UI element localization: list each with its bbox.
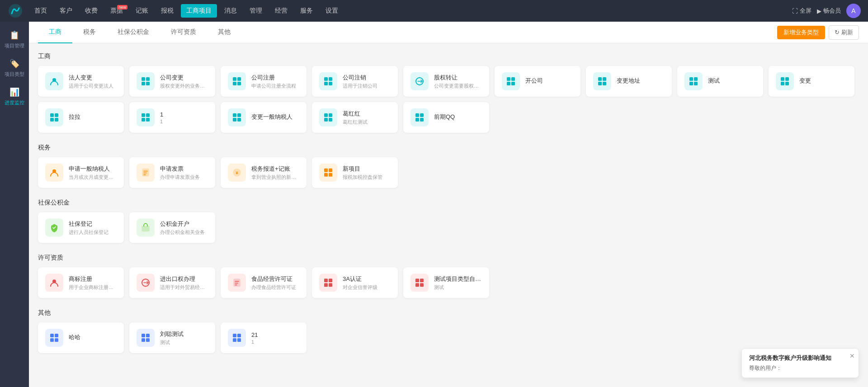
tab-许可资质[interactable]: 许可资质 [160, 22, 207, 43]
card-title: 开公司 [525, 77, 573, 85]
card-desc: 股权变更外的业务变更 [160, 83, 208, 89]
fullscreen-btn[interactable]: ⛶ 全屏 [792, 7, 811, 15]
notification-popup: ✕ 河北税务数字账户升级影响通知 尊敬的用户： [741, 348, 859, 378]
card-icon [684, 72, 703, 90]
svg-rect-69 [415, 283, 419, 287]
card-测试[interactable]: 测试 [677, 66, 763, 97]
card-法人变更[interactable]: 法人变更适用于公司变更法人 [38, 66, 124, 97]
nav-item-工商项目[interactable]: 工商项目 [181, 4, 217, 18]
card-变更一般纳税人[interactable]: 变更一般纳税人 [221, 102, 307, 133]
svg-rect-82 [237, 338, 241, 342]
sidebar-item-进度监控[interactable]: 📊进度监控 [0, 82, 29, 111]
card-新项目[interactable]: 新项目报税加税控盘保管 [312, 157, 398, 188]
tab-工商[interactable]: 工商 [38, 22, 72, 43]
svg-rect-48 [420, 113, 424, 117]
svg-rect-26 [694, 82, 698, 85]
svg-rect-58 [329, 173, 332, 177]
nav-item-管理[interactable]: 管理 [244, 4, 268, 18]
card-变更地址[interactable]: 变更地址 [586, 66, 672, 97]
nav-item-经营[interactable]: 经营 [269, 4, 293, 18]
nav-item-消息[interactable]: 消息 [219, 4, 242, 18]
gongshang-cards-grid: 法人变更适用于公司变更法人 公司变更股权变更外的业务变更 公司注册申请公司注册全… [38, 66, 859, 133]
card-商标注册[interactable]: 商标注册用于企业商标注册服务 [38, 267, 124, 298]
sidebar-icon: 🏷️ [9, 58, 20, 69]
card-公司变更[interactable]: 公司变更股权变更外的业务变更 [129, 66, 215, 97]
tab-税务[interactable]: 税务 [72, 22, 107, 43]
nav-item-设置[interactable]: 设置 [320, 4, 344, 18]
svg-rect-59 [142, 226, 149, 231]
svg-rect-23 [689, 77, 693, 81]
card-title: 变更地址 [617, 77, 665, 85]
card-title: 拉拉 [69, 113, 117, 121]
card-title: 税务报道+记账 [251, 165, 299, 173]
notification-title: 河北税务数字账户升级影响通知 [749, 354, 851, 362]
card-公司注销[interactable]: 公司注销适用于注销公司 [312, 66, 398, 97]
card-哈哈[interactable]: 哈哈 [38, 322, 124, 353]
card-葛红红[interactable]: 葛红红葛红红测试 [312, 102, 398, 133]
svg-rect-80 [237, 334, 241, 337]
card-申请一般纳税人[interactable]: 申请一般纳税人当月或次月成变更完成 [38, 157, 124, 188]
svg-rect-45 [324, 118, 328, 121]
card-desc: 用于企业商标注册服务 [69, 284, 117, 291]
svg-rect-72 [55, 334, 58, 337]
qita-cards-grid: 哈哈 刘聪测试测试 211 [38, 322, 859, 353]
card-刘聪测试[interactable]: 刘聪测试测试 [129, 322, 215, 353]
nav-item-客户[interactable]: 客户 [54, 4, 78, 18]
sidebar-item-项目管理[interactable]: 📋项目管理 [0, 25, 29, 54]
member-btn[interactable]: ▶ 畅会员 [817, 7, 841, 15]
card-title: 股权转让 [434, 74, 482, 82]
card-社保登记[interactable]: 社保登记进行人员社保登记 [38, 212, 124, 243]
card-申请发票[interactable]: 申请发票办理申请发票业务 [129, 157, 215, 188]
card-进出口权办理[interactable]: 进出口权办理适用于对外贸易经营者 [129, 267, 215, 298]
svg-rect-75 [142, 334, 145, 337]
nav-item-记账[interactable]: 记账 [130, 4, 154, 18]
card-1[interactable]: 11 [129, 102, 215, 133]
svg-rect-57 [324, 173, 328, 177]
tab-社保公积金[interactable]: 社保公积金 [107, 22, 160, 43]
card-icon [776, 72, 794, 90]
card-变更[interactable]: 变更 [769, 66, 854, 97]
shebao-cards-grid: 社保登记进行人员社保登记 公积金开户办理公积金相关业务 [38, 212, 859, 243]
add-type-button[interactable]: 新增业务类型 [777, 26, 825, 39]
nav-item-服务[interactable]: 服务 [295, 4, 318, 18]
card-title: 前期QQ [434, 113, 482, 121]
card-开公司[interactable]: 开公司 [495, 66, 580, 97]
card-税务报道+记账[interactable]: ¥ 税务报道+记账拿到营业执照的新公司 [221, 157, 307, 188]
card-title: 葛红红 [343, 110, 391, 118]
svg-rect-74 [55, 338, 58, 342]
svg-rect-77 [142, 338, 145, 342]
svg-rect-44 [329, 113, 332, 117]
notification-close-btn[interactable]: ✕ [849, 352, 855, 359]
card-公积金开户[interactable]: 公积金开户办理公积金相关业务 [129, 212, 215, 243]
card-icon [45, 108, 63, 126]
svg-rect-67 [415, 279, 419, 282]
card-前期QQ[interactable]: 前期QQ [403, 102, 489, 133]
card-拉拉[interactable]: 拉拉 [38, 102, 124, 133]
avatar[interactable]: A [846, 4, 861, 18]
refresh-button[interactable]: ↻ 刷新 [829, 25, 859, 40]
card-icon [45, 163, 63, 182]
svg-rect-68 [420, 279, 424, 282]
tab-其他[interactable]: 其他 [207, 22, 241, 43]
card-title: 进出口权办理 [160, 275, 208, 283]
card-icon [228, 108, 246, 126]
card-食品经营许可证[interactable]: 食品经营许可证办理食品经营许可证 [221, 267, 307, 298]
nav-item-首页[interactable]: 首页 [29, 4, 52, 18]
card-icon [593, 72, 611, 90]
card-测试项目类型自定义[interactable]: 测试项目类型自定义测试 [403, 267, 489, 298]
card-股权转让[interactable]: 股权转让公司变更需要股权转让 [403, 66, 489, 97]
nav-item-收费[interactable]: 收费 [80, 4, 103, 18]
card-公司注册[interactable]: 公司注册申请公司注册全流程 [221, 66, 307, 97]
card-21[interactable]: 211 [221, 322, 307, 353]
svg-rect-76 [146, 334, 150, 337]
card-icon [137, 219, 155, 237]
nav-item-报税[interactable]: 报税 [156, 4, 179, 18]
svg-rect-8 [233, 82, 236, 85]
sidebar-item-项目类型[interactable]: 🏷️项目类型 [0, 54, 29, 82]
main-content: 工商税务社保公积金许可资质其他 新增业务类型 ↻ 刷新 工商 法人变更适用于公司… [29, 22, 868, 387]
card-title: 申请发票 [160, 165, 208, 173]
nav-item-票据[interactable]: 票据new [105, 4, 128, 18]
card-3A认证[interactable]: 3A认证对企业信誉评级 [312, 267, 398, 298]
svg-rect-3 [146, 77, 150, 81]
card-icon [137, 329, 155, 347]
